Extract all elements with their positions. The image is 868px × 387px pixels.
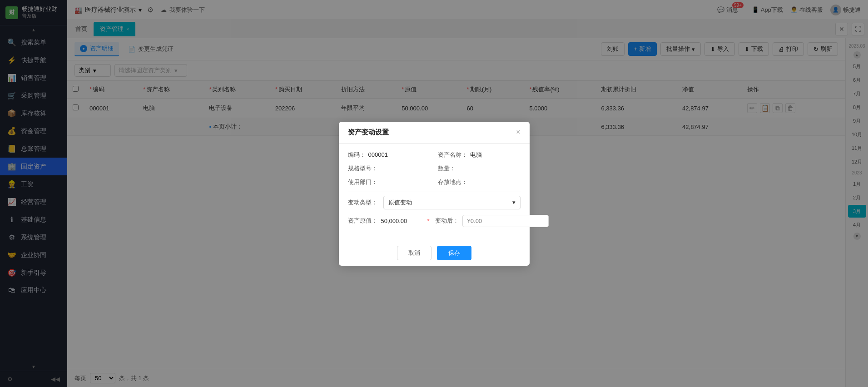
modal-field-dept: 使用部门： — [348, 178, 431, 186]
modal-divider — [348, 192, 521, 192]
modal-row-3: 使用部门： 存放地点： — [348, 178, 521, 186]
modal-body: 编码： 000001 资产名称： 电脑 规格型号： — [339, 144, 530, 240]
code-label: 编码： — [348, 151, 366, 159]
qty-label: 数量： — [438, 164, 456, 173]
modal-footer: 取消 保存 — [339, 240, 530, 266]
spec-label: 规格型号： — [348, 164, 377, 173]
modal-row-1: 编码： 000001 资产名称： 电脑 — [348, 151, 521, 159]
assetname-label: 资产名称： — [438, 151, 467, 159]
modal-field-spec: 规格型号： — [348, 164, 431, 173]
modal-change-type-row: 变动类型： 原值变动 ▾ — [348, 196, 521, 209]
after-value-input[interactable] — [462, 215, 549, 227]
dept-label: 使用部门： — [348, 178, 377, 186]
required-star: * — [427, 218, 430, 224]
modal-close-btn[interactable]: × — [516, 128, 520, 136]
assetname-value: 电脑 — [470, 151, 482, 159]
modal-save-btn[interactable]: 保存 — [437, 246, 471, 260]
location-label: 存放地点： — [438, 178, 467, 186]
change-type-label: 变动类型： — [348, 198, 380, 207]
modal-field-assetname: 资产名称： 电脑 — [438, 151, 521, 159]
after-label: 变动后： — [435, 217, 459, 225]
change-type-select[interactable]: 原值变动 ▾ — [383, 196, 521, 209]
modal-cancel-btn[interactable]: 取消 — [397, 246, 432, 260]
modal-header: 资产变动设置 × — [339, 122, 530, 144]
modal-overlay: 资产变动设置 × 编码： 000001 资产名称： 电脑 — [0, 0, 868, 387]
change-type-dropdown-icon: ▾ — [512, 199, 516, 206]
modal-field-location: 存放地点： — [438, 178, 521, 186]
modal-value-row: 资产原值： 50,000.00 * 变动后： — [348, 215, 521, 227]
change-type-value: 原值变动 — [388, 198, 412, 207]
modal-title: 资产变动设置 — [348, 128, 389, 137]
asset-value-label: 资产原值： — [348, 217, 377, 225]
modal-field-qty: 数量： — [438, 164, 521, 173]
asset-original-value: 50,000.00 — [381, 218, 422, 224]
modal-field-code: 编码： 000001 — [348, 151, 431, 159]
asset-change-modal: 资产变动设置 × 编码： 000001 资产名称： 电脑 — [339, 122, 530, 266]
modal-row-2: 规格型号： 数量： — [348, 164, 521, 173]
code-value: 000001 — [368, 151, 388, 158]
